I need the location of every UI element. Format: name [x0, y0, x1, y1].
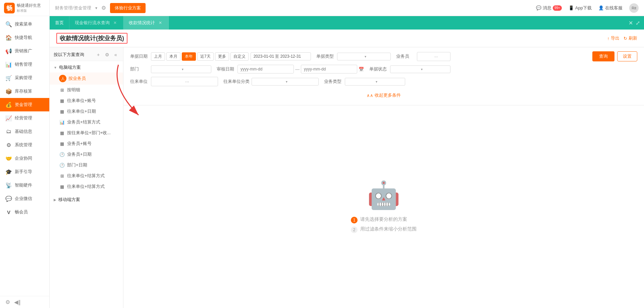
sidebar-item-nav[interactable]: 🏠 快捷导航	[0, 31, 49, 44]
scheme-panel-actions: + ⚙ «	[95, 51, 119, 58]
scheme-group-pc-title[interactable]: ▼ 电脑端方案	[50, 62, 123, 72]
collapse-icon: ∧∧	[367, 93, 373, 98]
date-custom-btn[interactable]: 自定义	[230, 52, 249, 61]
filter-type-item: 单据类型 ▾	[316, 53, 391, 60]
tab-bank[interactable]: 现金银行流水查询 ✕	[69, 16, 123, 30]
sidebar-item-guide[interactable]: 🎓 新手引导	[0, 165, 49, 178]
review-from-input[interactable]	[237, 65, 294, 73]
status-select[interactable]: ▾	[390, 65, 450, 73]
chevron-down-icon2: ▾	[182, 67, 208, 71]
sidebar-item-basic[interactable]: 🗂 基础信息	[0, 125, 49, 138]
sidebar-item-label: 营销推广	[15, 48, 32, 54]
sidebar-item-search[interactable]: 🔍 搜索菜单	[0, 17, 49, 31]
scheme-group-mobile-title[interactable]: ▶ 移动端方案	[50, 195, 123, 205]
unit-more-btn[interactable]: ···	[185, 79, 215, 84]
sidebar-item-sales[interactable]: 📊 销售管理	[0, 58, 49, 71]
scheme-item-staff-account[interactable]: ▦ 业务员+账号	[50, 138, 123, 149]
date-this-year-btn[interactable]: 本年	[182, 52, 196, 61]
scheme-item-unit-settle1[interactable]: ⊞ 往来单位+结算方式	[50, 170, 123, 181]
scheme-add-btn[interactable]: +	[95, 51, 102, 58]
scheme-collapse-btn[interactable]: «	[112, 51, 119, 58]
sidebar-item-finance[interactable]: 💰 资金管理	[0, 98, 49, 111]
scheme-panel: 按以下方案查询 + ⚙ « ▼ 电脑端方案 人 按业务员 ⊞	[50, 47, 123, 308]
scheme-item-dept-date-icon: 🕐	[59, 162, 65, 168]
scheme-item-unit-date[interactable]: ▦ 往来单位+日期	[50, 106, 123, 117]
empty-state: 🤖 1 请先选择要分析的方案 2 用过滤条件来缩小分析范围	[351, 179, 417, 236]
tab-expand-btn[interactable]: ⤢	[636, 20, 640, 26]
tab-bar: 首页 现金银行流水查询 ✕ 收款情况统计 ✕ ✕ ⤢	[50, 16, 644, 30]
sidebar-item-corp[interactable]: 🤝 企业协同	[0, 152, 49, 165]
unit-category-select[interactable]: ▾	[252, 78, 319, 86]
export-icon: ↑	[607, 36, 610, 41]
set-btn[interactable]: 设置	[617, 51, 637, 61]
scheme-item-unit-account[interactable]: ▦ 往来单位+账号	[50, 95, 123, 106]
scheme-item-detail[interactable]: ⊞ 按明细	[50, 85, 123, 95]
trial-btn[interactable]: 体验行业方案	[110, 3, 146, 13]
service-icon: 👤	[598, 5, 604, 10]
scheme-item-staff-date[interactable]: 🕐 业务员+日期	[50, 149, 123, 160]
review-label: 审核日期	[217, 66, 235, 72]
date-7days-btn[interactable]: 近7天	[197, 52, 214, 61]
date-this-month-btn[interactable]: 本月	[166, 52, 180, 61]
filter-row-2: 部门 ▾ 审核日期 — 📅	[130, 65, 637, 73]
filter-unit-item: 往来单位 ···	[130, 77, 218, 86]
filter-status-item: 单据状态 ▾	[369, 65, 450, 73]
scheme-item-staff[interactable]: 人 按业务员	[50, 72, 123, 85]
sidebar-item-hardware[interactable]: 📡 智能硬件	[0, 178, 49, 192]
scheme-item-staff-account-icon: ▦	[59, 141, 65, 147]
action-buttons: 查询 设置	[592, 51, 637, 61]
message-icon: 💬	[536, 5, 541, 10]
dept-select[interactable]: ▾	[151, 65, 211, 73]
header-right: 💬 消息 99+ 📱 App下载 👤 在线客服 Rit	[536, 3, 639, 13]
filter-dept-item: 部门 ▾	[130, 65, 211, 73]
sidebar-bottom: ⚙ ◀‖	[0, 296, 49, 308]
sidebar-item-member[interactable]: V 畅会员	[0, 205, 49, 219]
scheme-item-unit-settle2[interactable]: ▦ 往来单位+结算方式	[50, 181, 123, 192]
header-left: 财务管理/资金管理 ▾ ⚙ 体验行业方案	[55, 3, 146, 13]
scheme-item-staff-settle[interactable]: 📊 业务员+结算方式	[50, 117, 123, 127]
unit-select[interactable]: ···	[151, 77, 218, 86]
date-prev-month-btn[interactable]: 上月	[151, 52, 165, 61]
sidebar: 畅 畅捷通好生意 标准版 🔍 搜索菜单 🏠 快捷导航 📢 营销推广 📊 销售管理…	[0, 0, 50, 308]
tab-close-all-btn[interactable]: ✕	[629, 20, 633, 26]
collapse-filter-btn[interactable]: ∧∧ 收起更多条件	[130, 90, 637, 101]
tab-bank-close-btn[interactable]: ✕	[112, 20, 118, 25]
scheme-item-staff-icon: 人	[59, 75, 66, 82]
scheme-settings-btn[interactable]: ⚙	[104, 51, 110, 58]
query-btn[interactable]: 查询	[592, 51, 614, 61]
sidebar-item-label: 系统管理	[15, 142, 32, 148]
tab-bar-right: ✕ ⤢	[625, 16, 644, 30]
date-range-input[interactable]	[251, 52, 311, 60]
sidebar-item-inventory[interactable]: 📦 库存核算	[0, 85, 49, 98]
header-settings-btn[interactable]: ⚙	[101, 5, 106, 11]
dropdown-arrow-icon[interactable]: ▾	[95, 6, 97, 10]
doc-type-select[interactable]: ▾	[337, 53, 391, 60]
review-to-input[interactable]	[301, 65, 357, 73]
sidebar-collapse-btn[interactable]: ◀‖	[14, 299, 21, 305]
calendar-icon[interactable]: 📅	[359, 67, 364, 72]
export-btn[interactable]: ↑ 导出	[607, 35, 620, 41]
tab-home[interactable]: 首页	[50, 16, 69, 30]
salesperson-select[interactable]: ···	[417, 52, 450, 61]
sidebar-item-marketing[interactable]: 📢 营销推广	[0, 44, 49, 58]
sidebar-item-label: 销售管理	[15, 61, 32, 67]
scheme-item-detail-icon: ⊞	[59, 87, 65, 93]
scheme-item-dept-date[interactable]: 🕐 部门+日期	[50, 160, 123, 170]
sidebar-item-wechat[interactable]: 💬 企业微信	[0, 192, 49, 205]
messages-btn[interactable]: 💬 消息 99+	[536, 5, 562, 11]
sidebar-item-operations[interactable]: 📈 经营管理	[0, 111, 49, 125]
sidebar-item-system[interactable]: ⚙ 系统管理	[0, 138, 49, 152]
tab-collection-close-btn[interactable]: ✕	[158, 20, 163, 25]
wechat-icon: 💬	[5, 195, 12, 202]
sidebar-item-purchase[interactable]: 🛒 采购管理	[0, 71, 49, 85]
app-download-btn[interactable]: 📱 App下载	[569, 5, 592, 11]
biz-type-select[interactable]: ▾	[345, 78, 405, 86]
date-more-btn[interactable]: 更多	[215, 52, 229, 61]
refresh-btn[interactable]: ↻ 刷新	[624, 35, 637, 41]
sidebar-settings-btn[interactable]: ⚙	[5, 299, 10, 305]
online-service-btn[interactable]: 👤 在线客服	[598, 5, 623, 11]
tab-collection[interactable]: 收款情况统计 ✕	[123, 16, 169, 30]
user-avatar[interactable]: Rit	[629, 3, 639, 13]
scheme-item-unit-dept[interactable]: ▦ 按往来单位+部门+收...	[50, 127, 123, 138]
ellipsis-icon: ···	[434, 54, 447, 59]
